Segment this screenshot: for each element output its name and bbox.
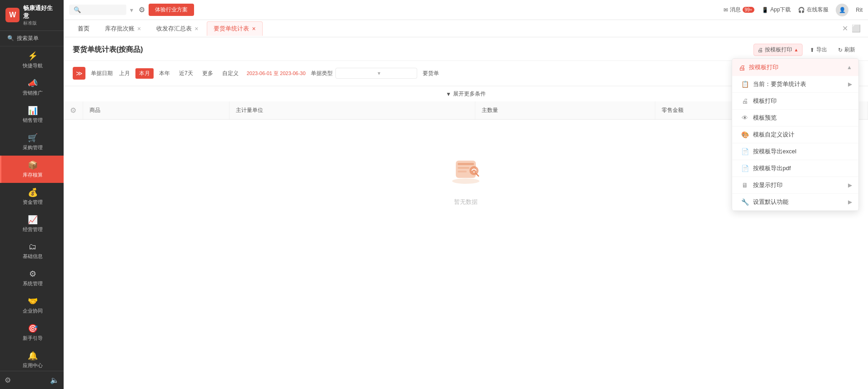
sidebar-item-guide[interactable]: 🎯 新手引导	[0, 319, 64, 346]
print-dropdown-panel: 🖨 按模板打印 ▲ 📋 当前：要货单统计表 ▶ 🖨 模板打印	[732, 58, 859, 211]
tab-batch-account-close[interactable]: ×	[137, 25, 141, 32]
display-print-label: 按显示打印	[753, 181, 783, 189]
page-title: 要货单统计表(按商品)	[73, 45, 143, 55]
date-tab-this-month[interactable]: 本月	[135, 68, 154, 79]
dropdown-display-print[interactable]: 🖥 按显示打印 ▶	[732, 177, 858, 194]
sidebar-item-label: 采购管理	[23, 144, 43, 151]
collab-icon: 🤝	[28, 296, 38, 306]
user-avatar[interactable]: 👤	[836, 4, 848, 16]
app-tag: 标准版	[23, 20, 58, 26]
template-print-label: 模板打印	[753, 97, 777, 105]
dropdown-export-pdf[interactable]: 📄 按模板导出pdf	[732, 160, 858, 177]
refresh-label: 刷新	[844, 46, 855, 54]
industry-btn[interactable]: 体验行业方案	[149, 4, 194, 16]
sidebar-item-inventory[interactable]: 📦 库存核算	[0, 156, 64, 183]
marketing-icon: 📣	[28, 78, 38, 88]
content-area: 要货单统计表(按商品) 🖨 按模板打印 ▲ ⬆ 导出 ↻ 刷新	[64, 37, 868, 389]
inventory-icon: 📦	[28, 160, 38, 170]
page: 要货单统计表(按商品) 🖨 按模板打印 ▲ ⬆ 导出 ↻ 刷新	[64, 37, 868, 389]
export-excel-label: 按模板导出excel	[753, 147, 796, 156]
date-tab-7days[interactable]: 近7天	[175, 68, 197, 79]
speaker-bottom-icon[interactable]: 🔈	[50, 376, 59, 384]
message-btn[interactable]: ✉ 消息 99+	[723, 6, 754, 14]
table-settings-icon[interactable]: ⚙	[70, 106, 76, 114]
date-filter-group: 单据日期 上月 本月 本年 近7天 更多 自定义 2023-06-01 至 20…	[91, 68, 305, 79]
message-badge: 99+	[743, 7, 754, 13]
dropdown-collapse-icon[interactable]: ▲	[847, 64, 852, 71]
template-preview-icon: 👁	[741, 114, 748, 121]
date-tab-more[interactable]: 更多	[199, 68, 217, 79]
svg-rect-3	[458, 167, 469, 169]
dropdown-set-default[interactable]: 🔧 设置默认功能 ▶	[732, 194, 858, 211]
settings-bottom-icon[interactable]: ⚙	[5, 376, 11, 384]
sales-icon: 📊	[28, 106, 38, 116]
finance-icon: 💰	[28, 187, 38, 197]
app-logo-icon: W	[5, 8, 20, 22]
dropdown-current[interactable]: 📋 当前：要货单统计表 ▶	[732, 76, 858, 93]
export-label: 导出	[816, 46, 827, 54]
sidebar-item-basic-info[interactable]: 🗂 基础信息	[0, 237, 64, 264]
sidebar-item-operations[interactable]: 📈 经营管理	[0, 210, 64, 237]
dropdown-export-excel[interactable]: 📄 按模板导出excel	[732, 143, 858, 160]
date-tab-this-year[interactable]: 本年	[155, 68, 174, 79]
dropdown-header[interactable]: 🖨 按模板打印 ▲	[732, 59, 858, 76]
tab-batch-account[interactable]: 库存批次账 ×	[98, 21, 148, 36]
current-icon: 📋	[741, 81, 748, 88]
avatar-icon: 👤	[839, 7, 846, 13]
tab-receipt-summary-label: 收发存汇总表	[156, 25, 192, 33]
print-template-btn[interactable]: 🖨 按模板打印 ▲	[753, 44, 803, 56]
sidebar-item-finance[interactable]: 💰 资金管理	[0, 183, 64, 210]
order-type-arrow-icon: ▾	[378, 70, 413, 76]
svg-point-0	[452, 178, 479, 184]
set-default-label: 设置默认功能	[753, 198, 788, 206]
sidebar-item-label: 资金管理	[23, 199, 43, 206]
export-btn[interactable]: ⬆ 导出	[806, 44, 831, 56]
sidebar-item-system[interactable]: ⚙ 系统管理	[0, 264, 64, 292]
tab-home[interactable]: 首页	[71, 21, 96, 36]
dropdown-template-preview[interactable]: 👁 模板预览	[732, 110, 858, 126]
topbar-gear-icon[interactable]: ⚙	[139, 5, 145, 14]
topbar-search-input[interactable]	[81, 7, 122, 13]
sidebar-item-app-center[interactable]: 🔔 应用中心	[0, 346, 64, 371]
filter-expand-btn[interactable]: ≫	[73, 67, 85, 80]
online-service-btn[interactable]: 🎧 在线客服	[798, 6, 828, 14]
app-download-btn[interactable]: 📱 App下载	[762, 6, 791, 14]
tab-order-stats-close[interactable]: ×	[252, 25, 255, 32]
tab-receipt-summary[interactable]: 收发存汇总表 ×	[150, 21, 205, 36]
template-preview-label: 模板预览	[753, 114, 777, 122]
order-type-select[interactable]: ▾	[335, 68, 417, 79]
user-name[interactable]: Rit	[856, 7, 863, 13]
tabs-restore-icon[interactable]: ⬜	[852, 24, 861, 33]
sidebar-item-purchase[interactable]: 🛒 采购管理	[0, 128, 64, 156]
table-col-settings[interactable]: ⚙	[64, 101, 83, 120]
sidebar-item-sales[interactable]: 📊 销售管理	[0, 101, 64, 128]
export-pdf-label: 按模板导出pdf	[753, 164, 791, 172]
tab-home-label: 首页	[78, 25, 90, 33]
date-tab-custom[interactable]: 自定义	[219, 68, 242, 79]
date-tab-last-month[interactable]: 上月	[115, 68, 134, 79]
refresh-btn[interactable]: ↻ 刷新	[834, 44, 859, 56]
dropdown-template-print[interactable]: 🖨 模板打印	[732, 93, 858, 110]
set-default-icon: 🔧	[741, 198, 748, 206]
main-area: 🔍 ▾ ⚙ 体验行业方案 ✉ 消息 99+ 📱 App下载 🎧 在线客服 👤 R…	[64, 0, 868, 389]
message-icon: ✉	[723, 7, 728, 13]
sidebar-item-quick-nav[interactable]: ⚡ 快捷导航	[0, 46, 64, 74]
date-filter-label: 单据日期	[91, 70, 113, 77]
print-icon: 🖨	[758, 47, 763, 53]
display-print-icon: 🖥	[741, 182, 748, 189]
tab-order-stats[interactable]: 要货单统计表 ×	[207, 21, 262, 36]
dropdown-template-custom[interactable]: 🎨 模板自定义设计	[732, 126, 858, 143]
app-name: 畅康通好生意	[23, 5, 58, 20]
sidebar-search[interactable]: 🔍 搜索菜单	[0, 31, 64, 46]
current-arrow-icon: ▶	[848, 81, 852, 87]
sidebar-item-label: 库存核算	[23, 172, 43, 178]
app-logo-text: 畅康通好生意 标准版	[23, 5, 58, 26]
topbar-dropdown-icon[interactable]: ▾	[130, 6, 133, 14]
svg-point-6	[474, 172, 475, 173]
operations-icon: 📈	[28, 215, 38, 225]
sidebar-item-collab[interactable]: 🤝 企业协同	[0, 292, 64, 319]
tab-receipt-summary-close[interactable]: ×	[195, 25, 198, 32]
sidebar-item-marketing[interactable]: 📣 营销推广	[0, 74, 64, 101]
app-center-icon: 🔔	[28, 351, 38, 361]
tabs-close-icon[interactable]: ✕	[842, 24, 848, 33]
